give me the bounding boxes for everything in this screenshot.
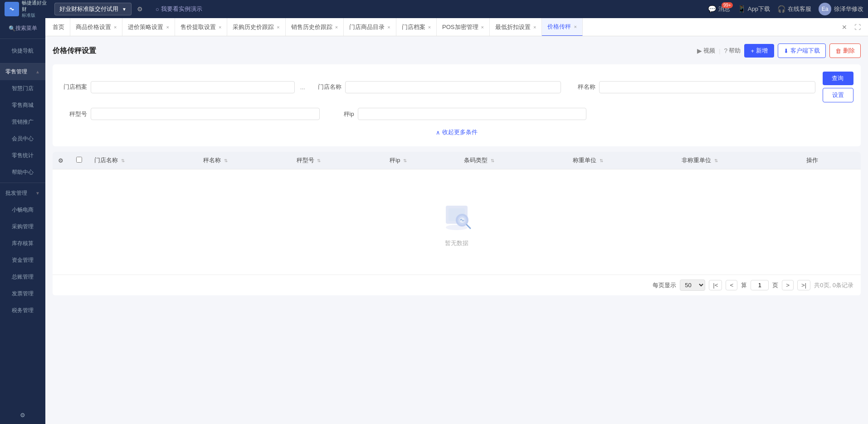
filter-store-name-label: 门店名称 (314, 83, 341, 91)
th-scale-ip-label: 秤ip (390, 157, 400, 164)
smart-store-label: 智慧门店 (12, 85, 34, 92)
invoice-label: 发票管理 (12, 290, 34, 298)
tab-home[interactable]: 首页 (47, 18, 70, 36)
user-menu-btn[interactable]: Ea 徐泽华修改 (819, 3, 863, 15)
sidebar-item-wholesale[interactable]: 批发管理 ▼ (0, 185, 45, 202)
app-download-btn[interactable]: 📱 App下载 (737, 5, 770, 13)
sort-barcode-type-icon[interactable]: ⇅ (491, 158, 494, 163)
th-barcode-type: 条码类型 ⇅ (458, 152, 567, 169)
sidebar-item-retail-stats[interactable]: 零售统计 (0, 147, 45, 164)
sort-weight-unit-icon[interactable]: ⇅ (600, 158, 603, 163)
sidebar-item-purchase[interactable]: 采购管理 (0, 218, 45, 235)
sidebar-item-help-center[interactable]: 帮助中心 (0, 164, 45, 181)
selector-settings-icon[interactable]: ⚙ (135, 4, 145, 14)
sort-scale-ip-icon[interactable]: ⇅ (403, 158, 407, 163)
sidebar-item-finance[interactable]: 资金管理 (0, 252, 45, 269)
demo-circle-icon: ○ (156, 6, 159, 13)
sidebar: 🔍 搜索菜单 快捷导航 零售管理 ▲ 智慧门店 零售商城 营销推广 (0, 18, 45, 424)
demo-link[interactable]: ○ 我要看实例演示 (154, 5, 202, 13)
video-help-btn[interactable]: ▶ 视频 (697, 47, 715, 55)
pagination-last-btn[interactable]: >| (797, 280, 810, 290)
filter-scale-ip-input[interactable] (358, 108, 587, 120)
filter-scale-name-input[interactable] (599, 81, 815, 93)
collapse-btn[interactable]: ∧ 收起更多条件 (433, 125, 480, 139)
sidebar-item-tax[interactable]: 税务管理 (0, 302, 45, 319)
online-service-btn[interactable]: 🎧 在线客服 (777, 5, 811, 13)
sidebar-item-member[interactable]: 会员中心 (0, 130, 45, 147)
sidebar-item-xiaochang[interactable]: 小畅电商 (0, 202, 45, 218)
tab-price-settings-close-icon[interactable]: × (114, 24, 117, 30)
tab-pos-manage[interactable]: POS加密管理 × (437, 18, 490, 36)
sidebar-item-invoice[interactable]: 发票管理 (0, 285, 45, 302)
sidebar-item-general-ledger[interactable]: 总账管理 (0, 269, 45, 285)
download-btn[interactable]: ⬇ 客户端下载 (778, 43, 826, 58)
sidebar-item-smart-store[interactable]: 智慧门店 (0, 80, 45, 97)
sort-scale-name-icon[interactable]: ⇅ (224, 158, 228, 163)
tab-min-discount[interactable]: 最低折扣设置 × (490, 18, 542, 36)
tab-store-archive[interactable]: 门店档案 × (396, 18, 437, 36)
logo-text-container: 畅捷通好业财 标准版 (22, 0, 50, 19)
tab-close-all-icon[interactable]: ✕ (840, 23, 849, 32)
tab-purchase-strategy-label: 进价策略设置 (128, 23, 163, 31)
search-menu-btn[interactable]: 🔍 搜索菜单 (5, 23, 41, 34)
tab-min-discount-close-icon[interactable]: × (533, 24, 536, 30)
tab-purchase-history[interactable]: 采购历史价跟踪 × (227, 18, 285, 36)
tab-store-catalog[interactable]: 门店商品目录 × (344, 18, 396, 36)
filter-store-archive-input[interactable] (91, 81, 295, 93)
tab-bar: 首页 商品价格设置 × 进价策略设置 × 售价提取设置 × 采购历史价跟踪 × (45, 18, 868, 36)
page-number-input[interactable] (751, 280, 769, 290)
query-btn[interactable]: 查询 (823, 72, 853, 85)
tab-purchase-strategy[interactable]: 进价策略设置 × (122, 18, 175, 36)
page-size-select[interactable]: 50 10 20 100 (680, 279, 705, 291)
tab-pos-manage-close-icon[interactable]: × (481, 24, 484, 30)
marketing-label: 营销推广 (12, 118, 34, 126)
version-selector[interactable]: 好业财标准版交付试用 ▼ (54, 3, 132, 15)
sort-store-name-icon[interactable]: ⇅ (121, 158, 125, 163)
tab-store-archive-close-icon[interactable]: × (428, 24, 431, 30)
filter-store-archive-label: 门店档案 (60, 83, 87, 91)
sort-non-weight-icon[interactable]: ⇅ (714, 158, 718, 163)
sidebar-settings-btn[interactable]: ⚙ (0, 406, 45, 424)
select-all-checkbox[interactable] (76, 157, 82, 163)
tab-purchase-strategy-close-icon[interactable]: × (166, 24, 169, 30)
delete-btn[interactable]: 🗑 删除 (829, 43, 861, 58)
add-btn[interactable]: + 新增 (744, 44, 774, 58)
filter-scale-model-input[interactable] (91, 108, 320, 120)
tab-sale-price-pickup[interactable]: 售价提取设置 × (175, 18, 227, 36)
sort-scale-model-icon[interactable]: ⇅ (317, 158, 321, 163)
th-scale-model-label: 秤型号 (297, 157, 314, 164)
sidebar-item-retail-manage[interactable]: 零售管理 ▲ (0, 63, 45, 80)
sidebar-item-quick-nav[interactable]: 快捷导航 (0, 43, 45, 59)
tab-store-catalog-close-icon[interactable]: × (387, 24, 390, 30)
selector-arrow-icon: ▼ (122, 7, 127, 12)
sidebar-item-inventory[interactable]: 库存核算 (0, 235, 45, 252)
page-size-label: 每页显示 (653, 281, 676, 289)
help-btn[interactable]: ? 帮助 (724, 47, 741, 55)
filter-ellipsis-btn[interactable]: ... (298, 84, 307, 91)
sidebar-item-marketing[interactable]: 营销推广 (0, 114, 45, 130)
tab-min-discount-label: 最低折扣设置 (495, 23, 531, 31)
pagination-first-btn[interactable]: |< (709, 280, 722, 290)
filter-store-name-input[interactable] (345, 81, 561, 93)
messages-btn[interactable]: 💬 消息 99+ (708, 5, 730, 13)
collapse-row: ∧ 收起更多条件 (60, 125, 853, 139)
tab-purchase-history-close-icon[interactable]: × (277, 24, 279, 30)
tab-sale-history-close-icon[interactable]: × (335, 24, 338, 30)
tab-sale-history[interactable]: 销售历史价跟踪 × (286, 18, 344, 36)
tab-maximize-icon[interactable]: ⛶ (853, 23, 863, 32)
filter-card: 门店档案 ... 门店名称 秤名称 (53, 64, 861, 146)
sidebar-item-online-store[interactable]: 零售商城 (0, 97, 45, 114)
th-scale-name: 秤名称 ⇅ (198, 152, 291, 169)
settings-action-btn[interactable]: 设置 (823, 88, 853, 102)
tab-price-scale[interactable]: 价格传秤 × (542, 18, 582, 36)
tab-sale-price-pickup-close-icon[interactable]: × (219, 24, 221, 30)
add-icon: + (751, 48, 754, 54)
search-menu-label: 搜索菜单 (15, 24, 37, 32)
tab-price-settings[interactable]: 商品价格设置 × (70, 18, 122, 36)
th-settings-icon[interactable]: ⚙ (58, 157, 63, 164)
th-scale-ip: 秤ip ⇅ (384, 152, 458, 169)
pagination-next-btn[interactable]: > (782, 280, 794, 290)
pagination-prev-btn[interactable]: < (726, 280, 737, 290)
filter-field-scale-model: 秤型号 (60, 108, 320, 120)
tab-price-scale-close-icon[interactable]: × (574, 24, 576, 29)
